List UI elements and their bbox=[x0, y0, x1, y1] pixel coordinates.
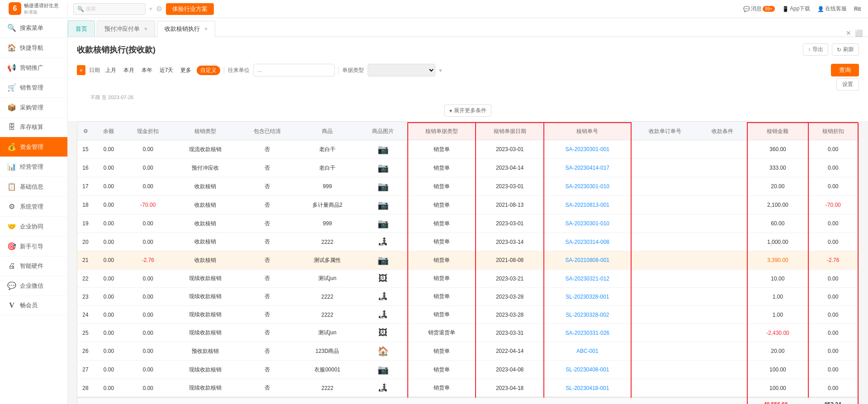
tab-prepay[interactable]: 预付冲应付单 × bbox=[97, 20, 155, 37]
cell-bill-no[interactable]: ABC-001 bbox=[544, 342, 631, 361]
cell-bill-no[interactable]: SA-20230301-010 bbox=[544, 214, 631, 233]
table-row: 18 0.00 -70.00 收款核销 否 多计量商品2 📷 销货单 2021-… bbox=[77, 196, 858, 214]
table-footer: 40,556,66... 952.24 bbox=[77, 397, 858, 404]
cell-bill-no[interactable]: SA-20230301-001 bbox=[544, 140, 631, 159]
col-gear[interactable]: ⚙ bbox=[77, 123, 94, 140]
cell-bill-date: 2023-03-01 bbox=[476, 140, 543, 159]
industry-btn[interactable]: 体验行业方案 bbox=[166, 3, 214, 15]
page-title: 收款核销执行(按收款) bbox=[77, 44, 156, 55]
tab-prepay-close[interactable]: × bbox=[144, 26, 147, 32]
cell-goods: 999 bbox=[296, 214, 359, 233]
cell-bill-no[interactable]: SA-20210813-001 bbox=[544, 196, 631, 214]
settings-btn[interactable]: 设置 bbox=[836, 78, 859, 90]
message-icon: 💬 bbox=[743, 6, 750, 12]
filter-custom[interactable]: 自定义 bbox=[197, 66, 220, 75]
sidebar-item-purchase[interactable]: 📦 采购管理 bbox=[0, 98, 67, 118]
sidebar-item-operation[interactable]: 📊 经营管理 bbox=[0, 157, 67, 177]
cell-goods-img: 📷 bbox=[359, 177, 408, 196]
sidebar-item-quick-nav[interactable]: 🏠 快捷导航 bbox=[0, 38, 67, 58]
wechat-icon: 💬 bbox=[7, 281, 16, 290]
cell-goods-img: 🏞 bbox=[359, 288, 408, 306]
cell-include-settled: 否 bbox=[239, 140, 296, 159]
cell-bill-no[interactable]: SA-20230414-017 bbox=[544, 159, 631, 177]
cell-goods-img: 📷 bbox=[359, 251, 408, 270]
sidebar-item-guide[interactable]: 🎯 新手引导 bbox=[0, 237, 67, 257]
cell-bill-no[interactable]: SL-20230408-001 bbox=[544, 361, 631, 379]
cell-goods: 2222 bbox=[296, 306, 359, 324]
filter-this-year[interactable]: 本年 bbox=[140, 66, 154, 75]
cell-include-settled: 否 bbox=[239, 361, 296, 379]
expand-more-btn[interactable]: ▾ 展开更多条件 bbox=[444, 105, 491, 117]
sidebar-item-search[interactable]: 🔍 搜索菜单 bbox=[0, 18, 67, 38]
window-close-btn[interactable]: ✕ bbox=[846, 29, 851, 37]
cell-receipt-condition bbox=[698, 288, 748, 306]
cell-verify-type: 现续收款核销 bbox=[172, 361, 239, 379]
cell-verify-amount: 3,390.00 bbox=[747, 251, 808, 270]
sidebar-item-inventory[interactable]: 🗄 库存核算 bbox=[0, 118, 67, 137]
cell-bill-no[interactable]: SA-20230331-026 bbox=[544, 324, 631, 342]
tab-home[interactable]: 首页 bbox=[68, 20, 95, 37]
filter-last7days[interactable]: 近7天 bbox=[158, 66, 175, 75]
top-search-box[interactable]: 🔍 搜索 bbox=[73, 3, 146, 15]
message-link[interactable]: 💬 消息 99+ bbox=[743, 5, 775, 13]
app-download-link[interactable]: 📱 App下载 bbox=[782, 5, 810, 13]
online-service-link[interactable]: 👤 在线客服 bbox=[817, 5, 847, 13]
cell-bill-type: 销货单 bbox=[408, 233, 476, 251]
table-row: 25 0.00 0.00 现续收款核销 否 测试jun 🖼 销货退货单 2023… bbox=[77, 324, 858, 342]
cell-bill-no[interactable]: SL-20230328-001 bbox=[544, 288, 631, 306]
tab-verify[interactable]: 收款核销执行 × bbox=[157, 21, 215, 37]
cell-cash-discount: -70.00 bbox=[124, 196, 172, 214]
cell-bill-no[interactable]: SA-20230314-008 bbox=[544, 233, 631, 251]
sidebar-item-enterprise[interactable]: 🤝 企业协同 bbox=[0, 217, 67, 237]
main-layout: 🔍 搜索菜单 🏠 快捷导航 📢 营销推广 🛒 销售管理 📦 采购管理 🗄 库存核… bbox=[0, 18, 868, 404]
cell-verify-discount: -2.76 bbox=[808, 251, 858, 270]
top-right-actions: 💬 消息 99+ 📱 App下载 👤 在线客服 Rit bbox=[743, 5, 861, 13]
sidebar-item-system[interactable]: ⚙ 系统管理 bbox=[0, 197, 67, 217]
filter-this-month[interactable]: 本月 bbox=[122, 66, 136, 75]
cell-bill-no[interactable]: SA-20230301-010 bbox=[544, 177, 631, 196]
refresh-btn[interactable]: ↻ 刷新 bbox=[832, 43, 859, 56]
expand-arrow-btn[interactable]: » bbox=[77, 65, 85, 75]
cell-include-settled: 否 bbox=[239, 196, 296, 214]
sidebar-item-basic-info[interactable]: 📋 基础信息 bbox=[0, 177, 67, 197]
sidebar-item-finance[interactable]: 💰 资金管理 bbox=[0, 137, 67, 157]
user-name[interactable]: Rit bbox=[854, 6, 861, 12]
cell-bill-date: 2023-03-28 bbox=[476, 306, 543, 324]
cell-bill-no[interactable]: SL-20230328-002 bbox=[544, 306, 631, 324]
cell-cash-discount: 0.00 bbox=[124, 288, 172, 306]
sidebar-item-wechat[interactable]: 💬 企业微信 bbox=[0, 276, 67, 296]
cell-cash-discount: 0.00 bbox=[124, 214, 172, 233]
cell-bill-no[interactable]: SA-20230321-012 bbox=[544, 270, 631, 288]
table-row: 24 0.00 0.00 现续收款核销 否 2222 🏞 销货单 2023-03… bbox=[77, 306, 858, 324]
cell-bill-no[interactable]: SA-20210808-001 bbox=[544, 251, 631, 270]
top-header-bar: 6 畅捷通谱好生意 标准版 🔍 搜索 ▾ ⚙ 体验行业方案 💬 消息 99+ 📱… bbox=[0, 0, 868, 18]
cell-receipt-order-no bbox=[631, 379, 698, 398]
bill-type-select[interactable] bbox=[368, 64, 435, 76]
cell-verify-type: 收款核销 bbox=[172, 196, 239, 214]
cell-bill-type: 销货单 bbox=[408, 306, 476, 324]
cell-bill-type: 销货单 bbox=[408, 159, 476, 177]
filter-more[interactable]: 更多 bbox=[179, 66, 193, 75]
cell-receipt-condition bbox=[698, 251, 748, 270]
counterpart-input[interactable] bbox=[253, 64, 335, 76]
query-btn[interactable]: 查询 bbox=[831, 64, 859, 76]
sidebar-label-wechat: 企业微信 bbox=[20, 282, 43, 290]
cell-balance: 0.00 bbox=[94, 233, 124, 251]
sidebar-item-member[interactable]: V 畅会员 bbox=[0, 296, 67, 315]
sidebar-item-sales[interactable]: 🛒 销售管理 bbox=[0, 78, 67, 98]
sidebar-item-hardware[interactable]: 🖨 智能硬件 bbox=[0, 257, 67, 276]
cell-id: 16 bbox=[77, 159, 94, 177]
cell-receipt-condition bbox=[698, 177, 748, 196]
export-btn[interactable]: ↑ 导出 bbox=[803, 43, 828, 56]
gear-icon[interactable]: ⚙ bbox=[156, 5, 162, 13]
cell-bill-no[interactable]: SL-20230418-001 bbox=[544, 379, 631, 398]
cell-receipt-condition bbox=[698, 214, 748, 233]
expand-icon: ▾ bbox=[449, 108, 452, 114]
tab-verify-close[interactable]: × bbox=[204, 26, 208, 32]
sidebar-item-marketing[interactable]: 📢 营销推广 bbox=[0, 58, 67, 78]
col-verify-discount: 核销折扣 bbox=[808, 123, 858, 140]
cell-cash-discount: 0.00 bbox=[124, 140, 172, 159]
inventory-icon: 🗄 bbox=[7, 123, 16, 131]
window-maximize-btn[interactable]: ⬜ bbox=[855, 29, 863, 37]
filter-last-month[interactable]: 上月 bbox=[104, 66, 118, 75]
